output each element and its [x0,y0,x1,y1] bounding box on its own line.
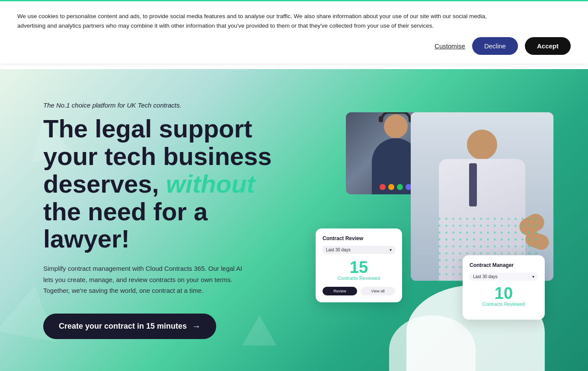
dot [438,259,441,261]
dot [487,218,489,220]
dot [452,273,454,275]
dot [452,266,454,268]
dot [528,252,530,254]
dot [501,238,503,241]
dot [501,231,503,234]
dot [501,218,503,220]
dot [494,218,496,220]
dot [466,245,468,247]
dot [466,218,468,220]
period-chevron: ▾ [390,247,392,252]
dot [501,252,503,254]
dot [438,273,441,275]
dot [445,259,447,261]
dot [438,238,441,241]
dot [459,225,461,227]
dot [445,218,447,220]
hero-cta-button[interactable]: Create your contract in 15 minutes → [43,314,216,339]
hero-title-line1: The legal support [43,114,252,143]
dot [480,225,482,227]
dot [480,252,482,254]
dot [501,225,503,227]
dot [445,225,447,227]
dot [473,225,475,227]
period-label: Last 30 days [326,247,351,252]
dot [480,231,482,234]
dot [535,218,537,220]
dot [459,252,461,254]
dot [445,273,447,275]
dot [438,266,441,268]
review-button[interactable]: Review [323,287,357,295]
dot [459,266,461,268]
contract-review-number: 15 [323,259,395,276]
dot [487,238,489,241]
dot-red [380,184,386,190]
dot [508,245,510,247]
dot [508,238,510,241]
dot [487,231,489,234]
dot [487,252,489,254]
dot [459,238,461,241]
dot [452,252,454,254]
contract-review-buttons: Review View all [323,287,395,295]
dot [459,280,461,282]
dot [528,225,530,227]
dot [466,225,468,227]
cookie-text: We use cookies to personalise content an… [17,12,493,30]
dot [494,225,496,227]
dot [480,238,482,241]
dot [466,231,468,234]
dot [521,245,524,247]
hero-section: The No.1 choice platform for UK Tech con… [0,69,588,371]
dot [535,231,537,234]
contract-review-card: Contract Review Last 30 days ▾ 15 Contra… [316,228,402,302]
dot [508,218,510,220]
decline-button[interactable]: Decline [472,37,518,55]
contract-review-period-select[interactable]: Last 30 days ▾ [323,246,395,254]
hero-title-line2: your tech business [43,142,272,170]
dot [535,245,537,247]
dot [508,252,510,254]
dot [535,238,537,241]
dot [452,225,454,227]
dot [494,245,496,247]
dot [438,245,441,247]
dot [473,238,475,241]
dot [514,245,517,247]
dot [473,245,475,247]
arrow-icon: → [192,321,201,331]
dot [494,252,496,254]
dot [445,238,447,241]
dot-green [397,184,403,190]
dot [445,252,447,254]
dot [514,225,517,227]
dot [459,245,461,247]
contract-manager-label: Contracts Reviewed [470,301,538,307]
dot [521,252,524,254]
dot [521,225,524,227]
view-all-button[interactable]: View all [361,287,395,295]
dot [535,252,537,254]
cookie-actions: Customise Decline Accept [17,37,571,55]
dot [473,252,475,254]
dot [452,231,454,234]
dot [452,238,454,241]
dot [514,231,517,234]
contract-manager-period-select[interactable]: Last 30 days ▾ [470,273,538,281]
dot [438,218,441,220]
hero-title-highlight: without [166,170,255,198]
manager-period-chevron: ▾ [532,274,534,279]
dot [438,231,441,234]
contract-review-label: Contracts Reviewed [323,276,395,281]
contract-review-title: Contract Review [323,235,395,241]
cookie-banner: We use cookies to personalise content an… [0,0,588,63]
dot [528,231,530,234]
dot [508,225,510,227]
dot [473,218,475,220]
customise-button[interactable]: Customise [435,42,465,50]
dot [494,231,496,234]
dot [473,231,475,234]
accept-button[interactable]: Accept [525,37,571,55]
dot [535,225,537,227]
